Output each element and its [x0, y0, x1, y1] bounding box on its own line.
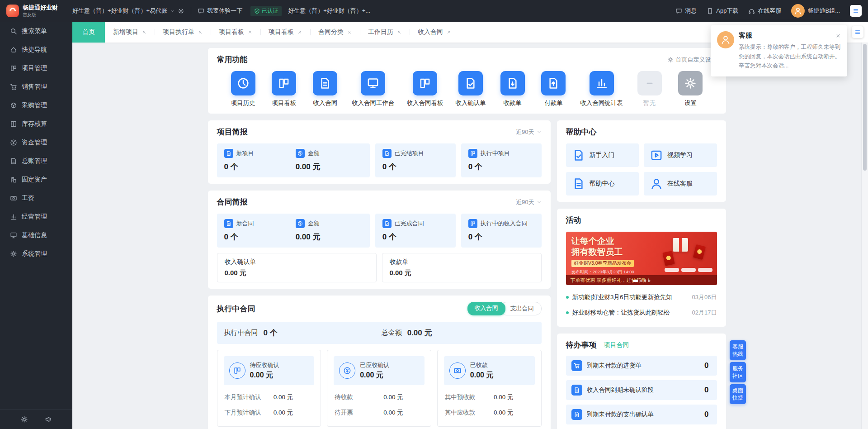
sidebar-item-fixed-assets[interactable]: 固定资产: [0, 170, 72, 189]
tab-home[interactable]: 首页: [72, 22, 105, 43]
tab-contract-category[interactable]: 合同分类: [310, 22, 360, 43]
help-item-help-center[interactable]: 帮助中心: [566, 172, 639, 195]
help-item-online-service[interactable]: 在线客服: [644, 172, 717, 195]
app-logo[interactable]: 畅捷通好业财 普及版: [0, 5, 72, 17]
quick-item-project-board[interactable]: 项目看板: [269, 71, 298, 107]
box-label: 收入确认单: [225, 258, 369, 266]
money-icon: [449, 362, 466, 379]
quick-item-income-contract-workbench[interactable]: 收入合同工作台: [352, 71, 395, 107]
messages-button[interactable]: 消息: [675, 7, 697, 15]
quick-item-income-contract-board[interactable]: 收入合同看板: [406, 71, 443, 107]
sidebar-item-inventory[interactable]: 库存核算: [0, 114, 72, 133]
sidebar-item-operations[interactable]: 经营管理: [0, 207, 72, 226]
quick-item-income-confirm[interactable]: 收入确认单: [455, 71, 486, 107]
todo-row-expense-confirm-due[interactable]: 到期未付款的支出确认单0: [566, 405, 717, 424]
service-hotline-button[interactable]: 客服热线: [730, 340, 746, 360]
stat-label: 新合同: [236, 219, 254, 228]
sidebar-item-basic-info[interactable]: 基础信息: [0, 226, 72, 244]
sidebar-item-payroll[interactable]: 工资: [0, 189, 72, 207]
close-icon[interactable]: [248, 30, 252, 34]
tab-project-execution[interactable]: 项目执行单: [155, 22, 211, 43]
sidebar-item-project-mgmt[interactable]: 项目管理: [0, 59, 72, 77]
product-info[interactable]: 好生意（普）+好业财（普）+...: [288, 7, 370, 15]
news-item[interactable]: 新功能|好业财3月6日功能更新抢先知 03月06日: [566, 290, 717, 305]
scrollbar-thumb[interactable]: [863, 44, 867, 171]
quick-item-settings[interactable]: 设置: [676, 71, 705, 107]
settings-icon[interactable]: [20, 415, 28, 423]
sidebar-item-purchase-mgmt[interactable]: 采购管理: [0, 96, 72, 114]
gear-icon[interactable]: [178, 8, 184, 14]
box-value: 0.00 元: [225, 269, 369, 277]
range-label: 近90天: [516, 128, 534, 136]
tab-list-button[interactable]: [852, 26, 863, 38]
home-icon: [10, 46, 17, 53]
quick-widget-button[interactable]: [850, 5, 862, 17]
close-icon[interactable]: [835, 33, 841, 38]
service-community-button[interactable]: 服务社区: [730, 362, 746, 382]
contract-brief-range-select[interactable]: 近90天: [516, 198, 541, 206]
certified-badge[interactable]: 已认证: [250, 6, 282, 16]
sidebar-footer: [0, 409, 72, 429]
sidebar-item-general-ledger[interactable]: 总账管理: [0, 152, 72, 170]
sidebar-item-sales-mgmt[interactable]: 销售管理: [0, 77, 72, 96]
sidebar-item-system-mgmt[interactable]: 系统管理: [0, 244, 72, 263]
desktop-shortcut-button[interactable]: 桌面快捷: [730, 384, 746, 404]
expense-contract-pill[interactable]: 支出合同: [500, 302, 542, 315]
tab-label: 收入合同: [418, 28, 443, 36]
stat-label: 已完成合同: [395, 219, 424, 228]
tab-new-project[interactable]: 新增项目: [105, 22, 155, 43]
todo-row-income-contract-unconfirmed[interactable]: 收入合同到期未确认阶段0: [566, 380, 717, 400]
todo-row-purchase-due[interactable]: 到期未付款的进货单0: [566, 356, 717, 376]
gear-icon: [10, 250, 17, 257]
close-icon[interactable]: [142, 30, 146, 34]
news-item[interactable]: 好业财移动仓管：让拣货从此刻轻松 02月17日: [566, 305, 717, 320]
empty-icon: [637, 71, 662, 95]
quick-item-label: 收入合同看板: [406, 99, 443, 107]
stat-executing-project: 执行中项目 0 个: [468, 149, 534, 172]
ebox-value: 0.00 元: [360, 371, 389, 380]
help-item-video-learning[interactable]: 视频学习: [644, 143, 717, 167]
messages-label: 消息: [685, 7, 697, 15]
sidebar-item-quick-nav[interactable]: 快捷导航: [0, 40, 72, 59]
quick-item-income-contract[interactable]: 收入合同: [311, 71, 340, 107]
todo-tab-project-contract[interactable]: 项目合同: [604, 341, 629, 349]
trial-button[interactable]: 我要体验一下: [198, 7, 242, 15]
scrollbar[interactable]: [861, 43, 868, 429]
close-icon[interactable]: [198, 30, 203, 34]
bullet-dot: [566, 296, 569, 299]
stat-panel: 执行中项目 0 个: [461, 143, 542, 177]
help-label: 帮助中心: [590, 180, 615, 188]
quick-item-project-history[interactable]: 项目历史: [229, 71, 258, 107]
quick-item-payment[interactable]: 付款单: [539, 71, 568, 107]
stat-panel: 已完结项目 0 个: [375, 143, 456, 177]
news-date: 03月06日: [692, 293, 717, 301]
income-confirm-box[interactable]: 收入确认单 0.00 元: [217, 253, 377, 282]
stat-label: 执行中项目: [481, 149, 510, 157]
tab-income-contract[interactable]: 收入合同: [410, 22, 459, 43]
receipt-box[interactable]: 收款单 0.00 元: [382, 253, 542, 282]
help-item-getting-started[interactable]: 新手入门: [566, 143, 639, 167]
homepage-customize-button[interactable]: 首页自定义设置: [667, 56, 717, 64]
project-brief-range-select[interactable]: 近90天: [516, 128, 541, 136]
app-download-button[interactable]: App下载: [707, 7, 738, 15]
sidebar-item-funds-mgmt[interactable]: 资金管理: [0, 133, 72, 152]
product-switcher[interactable]: 好生意（普）+好业财（普）+易代账: [72, 7, 184, 15]
tab-project-board-1[interactable]: 项目看板: [211, 22, 260, 43]
quick-item-receipt[interactable]: 收款单: [498, 71, 527, 107]
sidebar-item-search-menu[interactable]: 搜索菜单: [0, 22, 72, 40]
quick-item-label: 项目看板: [272, 99, 296, 107]
carousel-dots[interactable]: [632, 280, 650, 282]
close-icon[interactable]: [447, 30, 451, 34]
quick-item-income-contract-report[interactable]: 收入合同统计表: [580, 71, 623, 107]
user-menu[interactable]: 畅捷通B组...: [791, 4, 840, 18]
section-title: 待办事项: [566, 340, 597, 350]
close-icon[interactable]: [397, 30, 401, 34]
activity-banner[interactable]: 让每个企业拥有数智员工 好业财V3.0春季新品发布会 发布时间：2023年3月2…: [566, 232, 717, 285]
tab-work-calendar[interactable]: 工作日历: [360, 22, 410, 43]
announcement-icon[interactable]: [45, 415, 52, 423]
tab-project-board-2[interactable]: 项目看板: [260, 22, 310, 43]
income-contract-pill[interactable]: 收入合同: [467, 302, 505, 315]
online-service-button[interactable]: 在线客服: [748, 7, 781, 15]
close-icon[interactable]: [347, 30, 352, 34]
close-icon[interactable]: [297, 30, 302, 34]
